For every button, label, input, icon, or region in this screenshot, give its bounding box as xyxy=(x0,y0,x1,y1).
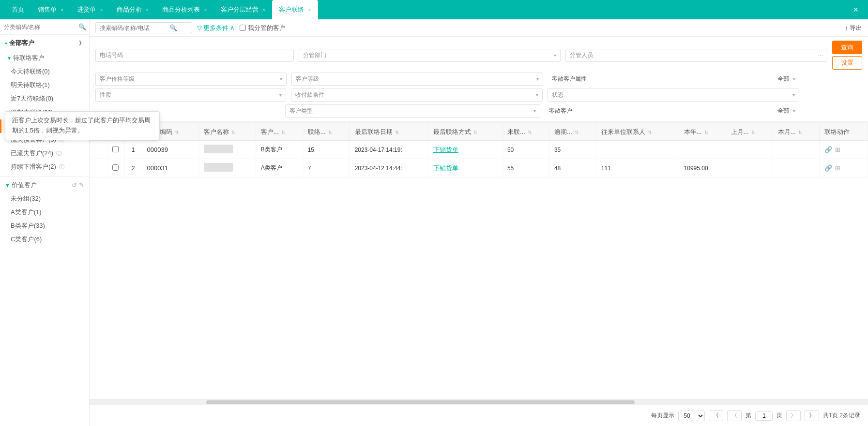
nav-customer-tier[interactable]: 客户分层经营 × xyxy=(214,0,272,19)
row1-check[interactable] xyxy=(112,146,119,152)
last-page-btn[interactable]: 》 xyxy=(805,410,819,421)
scrollbar-thumb[interactable] xyxy=(206,400,634,404)
price-level-field[interactable]: 客户价格等级 ▾ xyxy=(95,73,287,86)
dept-dropdown-icon: ▾ xyxy=(554,53,556,58)
triangle-icon: ▼ xyxy=(5,182,10,188)
sort-icon-contacts[interactable]: ⇅ xyxy=(648,130,652,135)
settings-button[interactable]: 设置 xyxy=(832,56,862,70)
customer-type-field[interactable]: 客户类型 ▾ xyxy=(285,104,540,118)
nav-product-analysis-list[interactable]: 商品分析列表 × xyxy=(155,0,213,19)
more-conditions-btn[interactable]: ▽ 更多条件 ∧ xyxy=(197,24,235,32)
sidebar-churned[interactable]: 已流失客户(24) ⓘ xyxy=(0,147,89,160)
prev-page-btn[interactable]: 〈 xyxy=(727,410,742,421)
person-more-icon[interactable]: ··· xyxy=(818,52,823,59)
sort-icon-overdue[interactable]: ⇅ xyxy=(575,130,579,135)
page-input[interactable] xyxy=(755,411,773,421)
first-page-btn[interactable]: 《 xyxy=(709,410,723,421)
row2-last-method[interactable]: 下销货单 xyxy=(428,159,502,177)
sidebar-7day-pending[interactable]: 近7天待联络(0) xyxy=(0,92,89,105)
filter-row-1: 电话号码 分管部门 ▾ 分管人员 ··· 查询 设置 xyxy=(95,41,862,70)
phone-field[interactable]: 电话号码 xyxy=(95,49,294,62)
sidebar-divider xyxy=(0,176,89,176)
row2-this-month xyxy=(773,159,820,177)
retail-customer-dropdown-icon[interactable]: ▾ xyxy=(793,108,795,114)
row2-this-year: 10995.00 xyxy=(679,159,726,177)
sidebar-today-pending[interactable]: 今天待联络(0) xyxy=(0,65,89,78)
sidebar-b-class[interactable]: B类客户(33) xyxy=(0,219,89,233)
sort-icon-this-year[interactable]: ⇅ xyxy=(704,130,708,135)
nav-customer-tier-close[interactable]: × xyxy=(262,7,265,13)
nav-sales[interactable]: 销售单 × xyxy=(31,0,70,19)
content-area: 🔍 ▽ 更多条件 ∧ 我分管的客户 ↑ 导出 电话号码 xyxy=(90,19,868,426)
nav-customer-contact-close[interactable]: × xyxy=(308,7,311,13)
row1-link-icon[interactable]: 🔗 xyxy=(824,146,832,153)
row1-checkbox[interactable] xyxy=(107,141,124,159)
payment-field[interactable]: 收付款条件 ▾ xyxy=(291,88,543,102)
row2-grid-icon[interactable]: ⊞ xyxy=(835,164,840,172)
chevron-up-icon: ∧ xyxy=(230,24,235,31)
retail-attr-dropdown-icon[interactable]: ▾ xyxy=(793,76,795,82)
nav-purchase-close[interactable]: × xyxy=(100,7,103,13)
sort-icon-last-method[interactable]: ⇅ xyxy=(473,130,477,135)
sort-icon-code[interactable]: ⇅ xyxy=(175,130,179,135)
sort-icon-name[interactable]: ⇅ xyxy=(231,130,235,135)
row2-link-icon[interactable]: 🔗 xyxy=(824,164,832,172)
query-button[interactable]: 查询 xyxy=(832,41,862,54)
status-field[interactable]: 状态 ▾ xyxy=(548,88,799,102)
action-buttons: 查询 设置 xyxy=(832,41,862,70)
sidebar-pending-contact-group[interactable]: ▼ 待联络客户 xyxy=(0,51,89,65)
row2-code[interactable]: 000031 xyxy=(142,159,199,177)
row2-checkbox[interactable] xyxy=(107,159,124,177)
refresh-icon[interactable]: ↺ xyxy=(72,181,77,189)
row1-type: B类客户 xyxy=(256,141,303,159)
dept-field[interactable]: 分管部门 ▾ xyxy=(299,49,561,62)
sort-icon-last-month[interactable]: ⇅ xyxy=(751,130,755,135)
row1-code[interactable]: 000039 xyxy=(142,141,199,159)
customer-level-field[interactable]: 客户等级 ▾ xyxy=(291,73,544,86)
main-search-input[interactable] xyxy=(100,25,168,31)
window-close-button[interactable]: × xyxy=(848,5,863,15)
sidebar-search-icon[interactable]: 🔍 xyxy=(78,23,86,30)
row1-action: 🔗 ⊞ xyxy=(820,141,868,159)
nav-product-analysis-close[interactable]: × xyxy=(146,7,149,13)
person-field[interactable]: 分管人员 ··· xyxy=(565,49,827,62)
sidebar-ungroup[interactable]: 未分组(32) xyxy=(0,192,89,206)
gender-field[interactable]: 性质 ▾ xyxy=(95,88,286,102)
nav-sales-close[interactable]: × xyxy=(61,7,63,13)
sort-icon-this-month[interactable]: ⇅ xyxy=(798,130,802,135)
edit-icon[interactable]: ✎ xyxy=(79,181,84,189)
export-btn[interactable]: ↑ 导出 xyxy=(845,24,863,32)
sidebar-a-class[interactable]: A类客户(1) xyxy=(0,206,89,219)
per-page-select[interactable]: 50 100 200 xyxy=(678,411,705,421)
sort-icon-contact[interactable]: ⇅ xyxy=(328,130,332,135)
row2-check[interactable] xyxy=(112,164,119,171)
sort-icon-type[interactable]: ⇅ xyxy=(281,130,285,135)
next-page-btn[interactable]: 〉 xyxy=(786,410,801,421)
nav-purchase[interactable]: 进货单 × xyxy=(70,0,109,19)
nav-product-analysis-list-close[interactable]: × xyxy=(204,7,207,13)
nav-home[interactable]: 首页 xyxy=(5,0,31,19)
row1-grid-icon[interactable]: ⊞ xyxy=(835,146,840,153)
sidebar-search-input[interactable] xyxy=(4,24,76,30)
my-customers-check[interactable] xyxy=(240,25,246,31)
sort-icon-last-date[interactable]: ⇅ xyxy=(395,130,399,135)
sidebar-collapse-btn[interactable]: 》 xyxy=(79,40,84,47)
my-customers-checkbox[interactable]: 我分管的客户 xyxy=(240,24,286,32)
sidebar-tomorrow-pending[interactable]: 明天待联络(1) xyxy=(0,78,89,92)
sidebar-value-customers-header[interactable]: ▼ 价值客户 ↺ ✎ xyxy=(0,178,89,192)
table-row: 2 000031 A类客户 7 2023-04-12 14:44: 下销货单 xyxy=(90,159,868,177)
horizontal-scrollbar[interactable] xyxy=(90,399,868,405)
row2-name xyxy=(199,159,256,177)
main-search-icon[interactable]: 🔍 xyxy=(169,24,177,31)
nav-product-analysis[interactable]: 商品分析 × xyxy=(110,0,155,19)
sidebar-declining[interactable]: 持续下滑客户(2) ⓘ xyxy=(0,160,89,174)
sort-icon-unread[interactable]: ⇅ xyxy=(528,130,532,135)
top-nav: 首页 销售单 × 进货单 × 商品分析 × 商品分析列表 × 客户分层经营 × … xyxy=(0,0,868,19)
row1-last-method[interactable]: 下销货单 xyxy=(428,141,502,159)
sidebar-c-class[interactable]: C类客户(6) xyxy=(0,233,89,246)
nav-customer-contact[interactable]: 客户联络 × xyxy=(272,0,318,19)
row1-this-month xyxy=(773,141,820,159)
page-label: 第 xyxy=(746,411,751,420)
payment-dropdown-icon: ▾ xyxy=(536,92,538,98)
col-contact: 联络... ⇅ xyxy=(303,124,350,141)
